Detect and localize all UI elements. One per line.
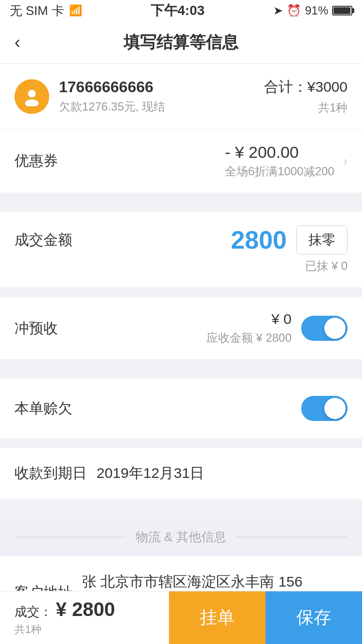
hang-order-button[interactable]: 挂单 [169,591,265,644]
coupon-discount: - ¥ 200.00 [225,143,334,162]
user-row: 17666666666 欠款1276.35元, 现结 合计：¥3000 共1种 [0,64,362,129]
coupon-label: 优惠券 [14,151,58,171]
duedate-label: 收款到期日 [14,463,87,483]
battery-icon [332,6,352,15]
wifi-icon: 📶 [69,4,82,17]
duedate-row: 收款到期日 2019年12月31日 [14,463,348,483]
round-zero-button[interactable]: 抹零 [296,225,348,254]
precollect-receivable: 应收金额 ¥ 2800 [207,330,292,346]
precollect-label: 冲预收 [14,319,58,338]
user-phone: 17666666666 [59,78,264,96]
amount-label: 成交金额 [14,230,72,250]
arrears-label: 本单赊欠 [14,399,72,419]
bottom-deal-label: 成交： [14,604,52,619]
bottom-bar: 成交： ¥ 2800 共1种 挂单 保存 [0,591,362,644]
amount-value: 2800 [231,225,287,254]
bottom-amount: ¥ 2800 [56,599,115,620]
amount-row: 成交金额 2800 抹零 [14,225,348,254]
arrears-toggle-knob [324,398,346,419]
toggle-knob [324,318,346,339]
status-right: ➤ ⏰ 91% [273,4,352,17]
total-amount: 合计：¥3000 [264,77,348,97]
location-icon: ➤ [273,4,283,17]
logistics-line-left [14,537,126,537]
amount-section: 成交金额 2800 抹零 已抹 ¥ 0 [0,212,362,287]
bottom-summary: 成交： ¥ 2800 共1种 [0,599,169,637]
status-time: 下午4:03 [151,1,205,20]
carrier-text: 无 SIM 卡 [10,2,64,19]
coupon-right: - ¥ 200.00 全场6折满1000减200 › [225,143,348,179]
coupon-desc: 全场6折满1000减200 [225,164,334,179]
nav-bar: ‹ 填写结算等信息 [0,21,362,64]
status-bar: 无 SIM 卡 📶 下午4:03 ➤ ⏰ 91% [0,0,362,21]
status-left: 无 SIM 卡 📶 [10,2,82,19]
coupon-row[interactable]: 优惠券 - ¥ 200.00 全场6折满1000减200 › [0,129,362,193]
arrears-toggle[interactable] [301,396,348,421]
avatar [14,79,49,114]
coupon-chevron-icon: › [343,154,348,169]
duedate-value: 2019年12月31日 [97,463,204,483]
duedate-section: 收款到期日 2019年12月31日 [0,448,362,499]
precollect-toggle[interactable] [301,316,348,341]
logistics-divider: 物流 & 其他信息 [0,518,362,556]
precollect-amount: ¥ 0 [207,311,292,327]
precollect-right: ¥ 0 应收金额 ¥ 2800 [207,311,348,346]
amount-right: 2800 抹零 [231,225,348,254]
page-title: 填写结算等信息 [124,31,238,54]
bottom-count: 共1种 [14,622,154,637]
section-divider-3 [0,508,362,518]
section-divider-1 [0,202,362,212]
bottom-deal-row: 成交： ¥ 2800 [14,599,154,620]
battery-percent: 91% [305,4,328,17]
section-divider-2 [0,369,362,378]
amount-sub: 已抹 ¥ 0 [14,258,348,274]
alarm-icon: ⏰ [287,4,301,17]
precollect-amount-block: ¥ 0 应收金额 ¥ 2800 [207,311,292,346]
user-card: 17666666666 欠款1276.35元, 现结 合计：¥3000 共1种 … [0,64,362,193]
user-total: 合计：¥3000 共1种 [264,77,348,115]
total-count: 共1种 [264,100,348,115]
content: 17666666666 欠款1276.35元, 现结 合计：¥3000 共1种 … [0,64,362,644]
precollect-row: 冲预收 ¥ 0 应收金额 ¥ 2800 [0,297,362,359]
svg-point-0 [28,90,36,98]
save-button[interactable]: 保存 [265,591,362,644]
avatar-person-icon [22,87,42,106]
logistics-line-right [236,537,348,537]
svg-point-1 [25,99,39,106]
user-debt: 欠款1276.35元, 现结 [59,99,264,114]
arrears-row: 本单赊欠 [0,378,362,438]
back-button[interactable]: ‹ [14,32,20,53]
logistics-label: 物流 & 其他信息 [136,529,226,546]
user-info: 17666666666 欠款1276.35元, 现结 [59,78,264,114]
